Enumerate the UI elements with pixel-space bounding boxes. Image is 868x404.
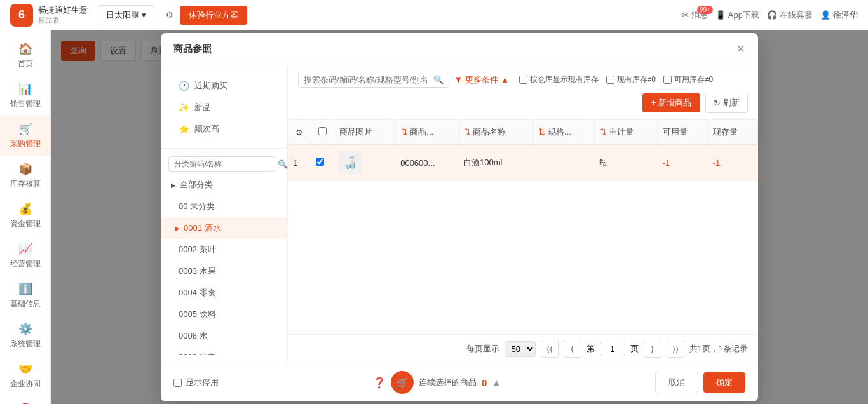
chevron-down-icon: ▾ <box>142 10 146 20</box>
select-all-checkbox[interactable] <box>318 127 327 135</box>
help-icon[interactable]: ❓ <box>373 377 386 389</box>
refresh-button[interactable]: ↻ 刷新 <box>705 93 748 113</box>
messages-button[interactable]: ✉ 消息 99+ <box>682 10 708 21</box>
quick-item-recent[interactable]: 🕐 近期购买 <box>171 76 277 96</box>
next-page-button[interactable]: ⟩ <box>644 340 661 358</box>
row-select-checkbox[interactable] <box>316 158 324 166</box>
footer-left: 显示停用 <box>173 377 219 388</box>
row-spec <box>533 145 594 181</box>
row-unit: 瓶 <box>594 145 657 181</box>
search-icon[interactable]: 🔍 <box>433 75 444 84</box>
sidebar-item-enterprise[interactable]: 🤝 企业协同 <box>0 356 50 396</box>
check-warehouse-stock[interactable]: 按仓库显示现有库存 <box>519 74 599 85</box>
online-service-button[interactable]: 🎧 在线客服 <box>767 10 813 21</box>
confirm-button[interactable]: 确定 <box>703 372 745 393</box>
row-checkbox[interactable] <box>311 145 334 181</box>
product-reference-modal: 商品参照 ✕ 🕐 近期购买 ✨ 新 <box>161 33 758 401</box>
sidebar-item-inventory[interactable]: 📦 库存核算 <box>0 156 50 196</box>
collapse-up-button[interactable]: ▲ <box>492 377 501 387</box>
filter-icon: ▼ <box>454 75 463 84</box>
app-download-button[interactable]: 📱 App下载 <box>715 10 759 21</box>
th-image: 商品图片 <box>334 120 395 145</box>
sort-icon-spec: ⇅ <box>538 127 545 137</box>
cart-icon: 🛒 <box>391 371 414 394</box>
th-settings[interactable]: ⚙ <box>288 120 311 145</box>
sidebar-item-home[interactable]: 🏠 首页 <box>0 36 50 76</box>
show-disabled-checkbox[interactable] <box>173 379 182 387</box>
logo-icon: 6 <box>10 4 33 27</box>
th-unit[interactable]: ⇅ 主计量 <box>594 120 657 145</box>
top-nav: 6 畅捷通好生意 精品版 日太阳膜 ▾ ⚙ 体验行业方案 ✉ 消息 99+ 📱 … <box>0 0 868 30</box>
sidebar-item-sales[interactable]: 📊 销售管理 <box>0 76 50 116</box>
table-row[interactable]: 1 🍶 <box>288 145 758 181</box>
avatar-icon: 👤 <box>820 10 831 20</box>
headset-icon: 🎧 <box>767 10 777 20</box>
sidebar-item-finance[interactable]: 💰 资金管理 <box>0 196 50 236</box>
per-page-label: 每页显示 <box>466 343 499 354</box>
clock-icon: 🕐 <box>179 81 189 91</box>
product-table: ⚙ 商品图片 ⇅ <box>288 120 758 181</box>
cat-item-all[interactable]: ▶ 全部分类 <box>161 174 287 196</box>
th-spec[interactable]: ⇅ 规格... <box>533 120 594 145</box>
quick-item-frequent[interactable]: ⭐ 频次高 <box>171 119 277 139</box>
page-suffix: 页 <box>630 343 639 354</box>
page-input[interactable] <box>600 342 625 356</box>
cat-item-fruit[interactable]: 0003 水果 <box>161 260 287 282</box>
check-existing-stock[interactable]: 现有库存≠0 <box>606 74 656 85</box>
sidebar-item-operations[interactable]: 📈 经营管理 <box>0 236 50 276</box>
category-search-icon[interactable]: 🔍 <box>278 159 288 169</box>
cat-item-beverage[interactable]: 0005 饮料 <box>161 304 287 325</box>
chevron-up-icon: ▲ <box>501 75 509 84</box>
per-page-select[interactable]: 50 <box>505 341 536 357</box>
main-area: 查询 设置 刷新 商品参照 ✕ 🕐 <box>51 30 868 404</box>
star-icon: ⭐ <box>179 124 189 134</box>
sidebar: 🏠 首页 📊 销售管理 🛒 采购管理 📦 库存核算 💰 资金管理 📈 经营管理 … <box>0 30 51 404</box>
nav-dropdown[interactable]: 日太阳膜 ▾ <box>98 5 154 25</box>
product-search-input[interactable] <box>304 75 431 84</box>
th-code[interactable]: ⇅ 商品... <box>395 120 458 145</box>
system-icon: ⚙️ <box>18 322 32 336</box>
check-available-stock[interactable]: 可用库存≠0 <box>663 74 713 85</box>
cat-item-liquor[interactable]: ▶ 0001 酒水 <box>161 217 287 239</box>
th-available: 可用量 <box>658 120 708 145</box>
sidebar-item-guide[interactable]: 🎯 新手引导 <box>0 396 50 404</box>
logo-sub: 精品版 <box>38 15 88 25</box>
cat-item-tea[interactable]: 0002 茶叶 <box>161 239 287 260</box>
sort-icon-unit: ⇅ <box>600 127 607 137</box>
modal-body: 🕐 近期购买 ✨ 新品 ⭐ 频次高 <box>161 65 758 363</box>
new-icon: ✨ <box>179 102 189 112</box>
cancel-button[interactable]: 取消 <box>655 372 698 393</box>
cat-item-snack[interactable]: 0004 零食 <box>161 282 287 304</box>
add-product-button[interactable]: + 新增商品 <box>642 93 700 112</box>
refresh-icon: ↻ <box>714 98 721 108</box>
modal-header: 商品参照 ✕ <box>161 33 758 65</box>
cat-item-unclassified[interactable]: 00 未分类 <box>161 196 287 217</box>
logo-text: 畅捷通好生意 <box>38 5 88 16</box>
modal-overlay: 商品参照 ✕ 🕐 近期购买 ✨ 新 <box>51 30 868 404</box>
enterprise-icon: 🤝 <box>18 362 32 376</box>
first-page-button[interactable]: ⟨⟨ <box>541 340 559 358</box>
show-disabled-label[interactable]: 显示停用 <box>173 377 219 388</box>
cat-item-appliance[interactable]: 0010 家电 <box>161 347 287 355</box>
trial-button[interactable]: 体验行业方案 <box>180 6 247 25</box>
th-name[interactable]: ⇅ 商品名称 <box>458 120 533 145</box>
cat-item-water[interactable]: 0008 水 <box>161 325 287 347</box>
product-image: 🍶 <box>339 151 362 174</box>
gear-button[interactable]: ⚙ <box>159 5 180 25</box>
product-table-wrap: ⚙ 商品图片 ⇅ <box>288 120 758 334</box>
category-search-input[interactable] <box>168 156 275 172</box>
prev-page-button[interactable]: ⟨ <box>564 340 581 358</box>
info-icon: ℹ️ <box>18 282 32 296</box>
sidebar-item-system[interactable]: ⚙️ 系统管理 <box>0 316 50 356</box>
user-avatar[interactable]: 👤 徐泽华 <box>820 10 858 21</box>
last-page-button[interactable]: ⟩⟩ <box>667 340 684 358</box>
nav-actions: ✉ 消息 99+ 📱 App下载 🎧 在线客服 👤 徐泽华 <box>682 10 858 21</box>
quick-item-new[interactable]: ✨ 新品 <box>171 97 277 118</box>
footer-center: ❓ 🛒 连续选择的商品 0 ▲ <box>226 371 648 394</box>
sidebar-item-purchase[interactable]: 🛒 采购管理 <box>0 116 50 156</box>
main-layout: 🏠 首页 📊 销售管理 🛒 采购管理 📦 库存核算 💰 资金管理 📈 经营管理 … <box>0 30 868 404</box>
modal-close-button[interactable]: ✕ <box>736 42 745 56</box>
filter-more-button[interactable]: ▼ 更多条件 ▲ <box>454 74 509 86</box>
sidebar-item-basic-info[interactable]: ℹ️ 基础信息 <box>0 276 50 316</box>
cart-count: 0 <box>482 377 487 388</box>
